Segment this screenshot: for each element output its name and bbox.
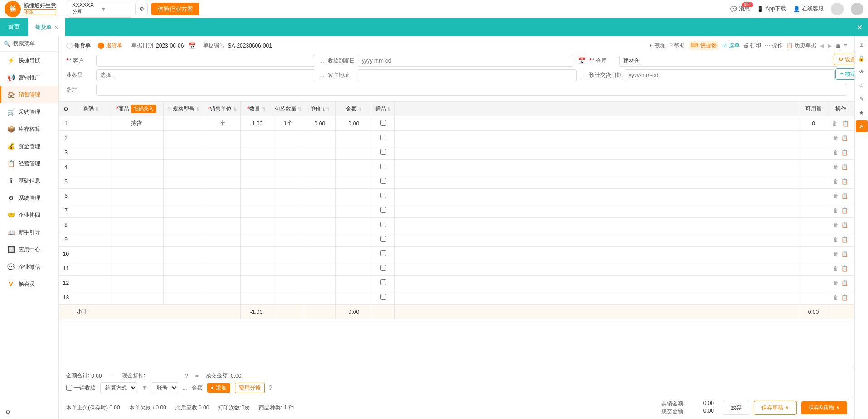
customer-more-icon[interactable]: ... (320, 58, 324, 64)
operation-link[interactable]: ⋯ 操作 (765, 42, 782, 49)
customer-addr-more-icon[interactable]: ... (581, 72, 586, 78)
copy-icon[interactable]: 📋 (841, 222, 848, 228)
delete-icon[interactable]: 🗑 (833, 164, 839, 170)
sidebar-item-marketing[interactable]: 📢 营销推广 (0, 69, 58, 86)
delete-icon[interactable]: 🗑 (833, 193, 839, 199)
copy-icon[interactable]: 📋 (841, 265, 848, 272)
customer-input[interactable] (96, 55, 315, 67)
copy-icon[interactable]: 📋 (841, 164, 848, 170)
right-panel-btn-orange[interactable]: ⊕ (856, 120, 868, 132)
salesperson-more-icon[interactable]: ... (320, 72, 324, 78)
gift-checkbox[interactable] (380, 135, 386, 140)
copy-icon[interactable]: 📋 (841, 135, 848, 141)
copy-icon[interactable]: 📋 (841, 251, 848, 257)
one-click-pay-checkbox[interactable]: 一键收款 (66, 384, 96, 392)
copy-icon[interactable]: 📋 (841, 193, 848, 199)
logistics-button[interactable]: + 物流 (835, 68, 854, 80)
gift-checkbox[interactable] (380, 120, 386, 126)
company-selector[interactable]: XXXXXX公司 ▼ (68, 0, 131, 18)
right-panel-btn-3[interactable]: 👁 (856, 66, 868, 78)
discard-button[interactable]: 放弃 (723, 401, 749, 415)
sidebar-item-finance[interactable]: 💰 资金管理 (0, 138, 58, 155)
delete-icon[interactable]: 🗑 (833, 280, 839, 286)
one-click-pay-input[interactable] (66, 385, 72, 391)
right-panel-btn-2[interactable]: 🔒 (856, 53, 868, 64)
delete-icon[interactable]: 🗑 (833, 178, 839, 185)
expected-date-input[interactable] (625, 69, 835, 81)
radio-return-order[interactable]: 退货单 (98, 42, 122, 49)
row-qty[interactable]: -1.00 (241, 116, 272, 131)
row-gift[interactable] (372, 116, 395, 131)
gift-checkbox[interactable] (380, 279, 386, 285)
sidebar-settings-button[interactable]: ⚙ (0, 405, 58, 419)
sidebar-search[interactable]: 🔍 搜索菜单 (0, 36, 58, 52)
col-settings-header[interactable]: ⚙ (59, 102, 73, 116)
delete-icon[interactable]: 🗑 (833, 149, 839, 156)
sidebar-item-purchase[interactable]: 🛒 采购管理 (0, 103, 58, 120)
delete-icon[interactable]: 🗑 (833, 294, 839, 301)
help-link[interactable]: ? 帮助 (669, 42, 685, 49)
sidebar-item-inventory[interactable]: 📦 库存核算 (0, 120, 58, 138)
app-download-button[interactable]: 📱 App下载 (757, 5, 786, 13)
nav-next-icon[interactable]: ▶ (828, 43, 832, 49)
discount-help-icon[interactable]: ? (185, 373, 188, 379)
gift-checkbox[interactable] (380, 164, 386, 169)
delete-icon[interactable]: 🗑 (833, 135, 839, 141)
warehouse-input[interactable] (619, 55, 838, 67)
scan-button[interactable]: 扫码录入 (131, 105, 156, 113)
copy-icon[interactable]: 📋 (841, 178, 848, 185)
save-draft-button[interactable]: 保存草稿 ∧ (754, 401, 797, 415)
sidebar-item-app-center[interactable]: 🔲 应用中心 (0, 241, 58, 258)
copy-icon[interactable]: 📋 (841, 207, 848, 214)
delete-icon[interactable]: 🗑 (833, 265, 839, 272)
right-panel-btn-4[interactable]: ☆ (856, 80, 868, 92)
save-new-button[interactable]: 保存&新增 ∧ (801, 401, 847, 414)
right-panel-btn-6[interactable]: ★ (856, 107, 868, 119)
calendar-icon[interactable]: 📅 (188, 42, 196, 49)
gift-checkbox[interactable] (380, 207, 386, 213)
expense-help-icon[interactable]: ? (269, 385, 272, 391)
sidebar-item-management[interactable]: 📋 经营管理 (0, 155, 58, 172)
delete-icon[interactable]: 🗑 (832, 120, 838, 127)
delete-icon[interactable]: 🗑 (833, 222, 839, 228)
gift-checkbox[interactable] (380, 149, 386, 155)
gift-checkbox[interactable] (380, 294, 386, 300)
row-barcode[interactable] (73, 116, 109, 131)
copy-icon[interactable]: 📋 (842, 120, 849, 127)
right-panel-btn-5[interactable]: ✎ (856, 93, 868, 105)
right-panel-btn-1[interactable]: ⊞ (856, 39, 868, 51)
payment-date-input[interactable] (358, 55, 573, 67)
copy-icon[interactable]: 📋 (841, 236, 848, 243)
tab-close-icon[interactable]: × (54, 24, 58, 31)
grid-view-icon[interactable]: ▦ (835, 43, 840, 49)
owe-info-icon[interactable]: ℹ (152, 405, 154, 410)
customer-addr-input[interactable] (358, 69, 577, 81)
radio-sales-order[interactable]: 销货单 (66, 42, 91, 49)
sidebar-item-quick-nav[interactable]: ⚡ 快捷导航 (0, 52, 58, 69)
gift-checkbox[interactable] (380, 250, 386, 256)
discount-input[interactable] (147, 372, 183, 379)
tab-home[interactable]: 首页 (0, 18, 28, 36)
delete-icon[interactable]: 🗑 (833, 236, 839, 243)
gift-checkbox[interactable] (380, 236, 386, 242)
gift-checkbox[interactable] (380, 265, 386, 271)
copy-icon[interactable]: 📋 (841, 149, 848, 156)
gift-checkbox[interactable] (380, 222, 386, 227)
price-info-icon[interactable]: ℹ (323, 106, 325, 111)
account-select[interactable]: 账号 (152, 382, 178, 393)
gear-button[interactable]: ⚙ (135, 3, 148, 15)
row-price[interactable]: 0.00 (304, 116, 336, 131)
history-link[interactable]: 📋 历史单据 (786, 42, 816, 49)
pay-method-select[interactable]: 结算方式 (100, 382, 137, 393)
online-service-button[interactable]: 👤 在线客服 (793, 5, 824, 13)
payment-calendar-icon[interactable]: 📅 (578, 57, 586, 64)
print-link[interactable]: 🖨 打印 (743, 42, 761, 49)
select-order-link[interactable]: ☑ 选单 (723, 42, 740, 49)
form-settings-button[interactable]: ⚙ 设置 (834, 54, 854, 65)
list-view-icon[interactable]: ≡ (844, 43, 847, 49)
trial-button[interactable]: 体验行业方案 (151, 3, 199, 15)
shortcut-link[interactable]: ⌨ 快捷键 (689, 41, 718, 50)
copy-icon[interactable]: 📋 (841, 294, 848, 301)
message-button[interactable]: 💬 消息 99+ (730, 5, 750, 13)
tab-bar-close-icon[interactable]: ✕ (857, 23, 863, 32)
